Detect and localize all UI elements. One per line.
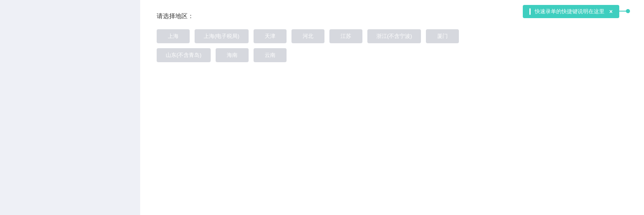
region-button[interactable]: 厦门 (426, 29, 459, 43)
tooltip-connector-line (618, 11, 626, 12)
region-button[interactable]: 上海 (157, 29, 190, 43)
tooltip-text: 快速录单的快捷键说明在这里 (535, 8, 604, 15)
region-row-1: 上海上海(电子税局)天津河北江苏浙江(不含宁波)厦门 (157, 29, 628, 43)
region-row-2: 山东(不含青岛)海南云南 (157, 48, 628, 62)
tooltip-dot (626, 9, 630, 13)
region-button[interactable]: 山东(不含青岛) (157, 48, 211, 62)
region-button[interactable]: 江苏 (329, 29, 362, 43)
region-button[interactable]: 云南 (254, 48, 287, 62)
tooltip-close-button[interactable]: × (609, 8, 613, 15)
region-button[interactable]: 浙江(不含宁波) (367, 29, 421, 43)
region-button[interactable]: 天津 (254, 29, 287, 43)
region-button[interactable]: 河北 (291, 29, 324, 43)
region-button[interactable]: 上海(电子税局) (195, 29, 249, 43)
tooltip-bar: 快速录单的快捷键说明在这里 × (523, 5, 619, 18)
region-button[interactable]: 海南 (216, 48, 249, 62)
tooltip-left-border (529, 8, 531, 15)
main-content: 请选择地区： 上海上海(电子税局)天津河北江苏浙江(不含宁波)厦门 山东(不含青… (140, 0, 644, 215)
left-sidebar (0, 0, 140, 215)
